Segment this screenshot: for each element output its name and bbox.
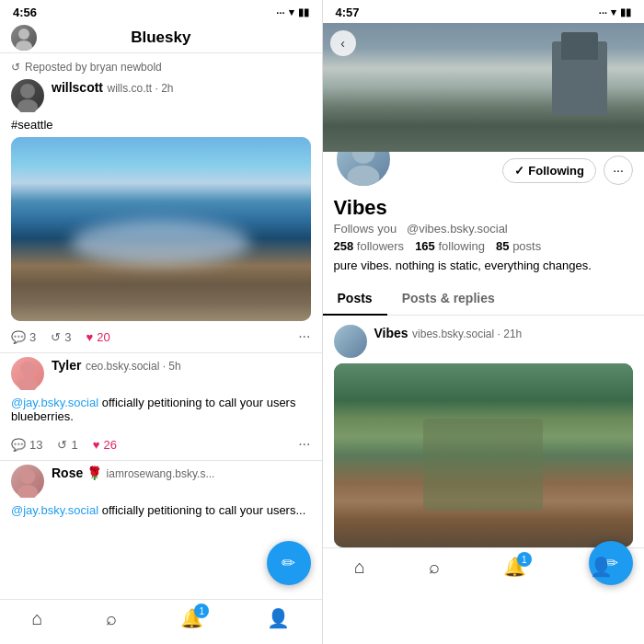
post3-handle: iamrosewang.bsky.s... [107, 467, 215, 480]
profile-post-meta: Vibes vibes.bsky.social · 21h [374, 325, 523, 358]
reply-icon2: 💬 [11, 438, 26, 452]
search-icon-left: ⌕ [106, 608, 117, 629]
svg-point-5 [17, 377, 38, 390]
like-action[interactable]: ♥ 20 [86, 330, 109, 344]
post2-text: @jay.bsky.social officially petitioning … [0, 396, 322, 429]
bottom-nav-left: ⌂ ⌕ 🔔 1 👤 [0, 599, 322, 644]
profile-handle: @vibes.bsky.social [407, 222, 508, 236]
profile-icon-left: 👤 [267, 607, 290, 629]
following-stat: 165 following [415, 239, 485, 253]
home-icon-left: ⌂ [31, 608, 42, 629]
profile-header-bg: ‹ [323, 23, 645, 152]
post2-actions: 💬 13 ↺ 1 ♥ 26 ··· [0, 429, 322, 460]
reply-action[interactable]: 💬 3 [11, 330, 36, 344]
svg-point-6 [20, 469, 35, 484]
post1-meta: willscott wills.co.tt · 2h [52, 79, 311, 96]
right-phone: 4:57 ··· ▾ ▮▮ ‹ ✓ Following ··· [323, 0, 645, 644]
profile-actions: ✓ Following ··· [502, 155, 633, 189]
like-action2[interactable]: ♥ 26 [93, 438, 117, 452]
nav-home-left[interactable]: ⌂ [31, 608, 42, 629]
profile-name: Vibes [334, 196, 634, 220]
nav-notifications-right[interactable]: 🔔 1 [503, 556, 526, 578]
repost-icon: ↺ [51, 330, 61, 344]
post2-mention[interactable]: @jay.bsky.social [11, 396, 98, 409]
svg-point-2 [20, 84, 35, 98]
post3-mention[interactable]: @jay.bsky.social [11, 503, 98, 517]
profile-sub: Follows you @vibes.bsky.social [334, 222, 634, 236]
feed: ↺ Reposted by bryan newbold willscott wi… [0, 53, 322, 599]
more-action2[interactable]: ··· [298, 436, 310, 453]
post3-name: Rose 🌹 [52, 466, 102, 480]
post2-name: Tyler [52, 358, 81, 373]
reply-action2[interactable]: 💬 13 [11, 438, 42, 452]
post3-meta: Rose 🌹 iamrosewang.bsky.s... [52, 465, 311, 481]
nav-home-right[interactable]: ⌂ [354, 557, 365, 578]
back-button[interactable]: ‹ [330, 30, 356, 56]
svg-point-7 [17, 485, 38, 498]
nav-notifications-left[interactable]: 🔔 1 [180, 607, 203, 629]
fantasy-image [334, 363, 634, 547]
post2-header: Tyler ceo.bsky.social · 5h [0, 353, 322, 396]
profile-post: Vibes vibes.bsky.social · 21h [323, 316, 645, 363]
tab-posts[interactable]: Posts [323, 282, 387, 315]
repost-label: ↺ Reposted by bryan newbold [0, 53, 322, 75]
notif-badge-right: 1 [517, 552, 532, 567]
follows-you-label: Follows you [334, 222, 397, 236]
profile-post-avatar[interactable] [334, 325, 367, 358]
nav-profile-left[interactable]: 👤 [267, 607, 290, 629]
status-bar-left: 4:56 ··· ▾ ▮▮ [0, 0, 322, 23]
profile-bio: pure vibes. nothing is static, everythin… [334, 259, 634, 272]
home-icon-right: ⌂ [354, 557, 365, 578]
post1-actions: 💬 3 ↺ 3 ♥ 20 ··· [0, 321, 322, 352]
search-icon-right: ⌕ [429, 557, 440, 578]
repost-action2[interactable]: ↺ 1 [57, 438, 77, 452]
profile-stats: 258 followers 165 following 85 posts [334, 239, 634, 253]
svg-point-0 [18, 29, 29, 40]
post2-meta: Tyler ceo.bsky.social · 5h [52, 357, 311, 374]
castle-image [323, 23, 645, 152]
followers-stat: 258 followers [334, 239, 405, 253]
app-title: Bluesky [131, 29, 190, 47]
post1-name: willscott [52, 80, 103, 95]
header-left: Bluesky [0, 23, 322, 53]
time-left: 4:56 [13, 6, 37, 19]
checkmark-icon: ✓ [514, 164, 524, 178]
svg-point-1 [16, 40, 32, 51]
following-button[interactable]: ✓ Following [502, 158, 596, 183]
post2-avatar[interactable] [11, 357, 44, 390]
post1-text: #seattle [0, 118, 322, 137]
profile-icon-right: 👤 [590, 556, 613, 578]
repost-action[interactable]: ↺ 3 [51, 330, 71, 344]
profile-post-name: Vibes [374, 326, 408, 340]
more-icon: ··· [613, 163, 624, 178]
post1-header: willscott wills.co.tt · 2h [0, 75, 322, 118]
compose-fab-left[interactable]: ✏ [267, 541, 311, 585]
post1-handle: wills.co.tt · 2h [107, 82, 173, 95]
more-button[interactable]: ··· [604, 155, 633, 185]
time-right: 4:57 [336, 6, 360, 19]
svg-point-4 [20, 362, 35, 376]
header-avatar[interactable] [11, 25, 37, 51]
svg-point-9 [347, 166, 379, 187]
nav-profile-right[interactable]: 👤 [590, 556, 613, 578]
tab-posts-replies[interactable]: Posts & replies [387, 282, 510, 315]
compose-icon-left: ✏ [282, 553, 295, 573]
post1-avatar[interactable] [11, 79, 44, 112]
profile-section: ✓ Following ··· Vibes Follows you @vibes… [323, 152, 645, 316]
post3-text: @jay.bsky.social officially petitioning … [0, 503, 322, 523]
profile-post-image [334, 363, 634, 547]
post3-avatar[interactable] [11, 465, 44, 498]
post1-image [11, 137, 311, 321]
post2-handle: ceo.bsky.social · 5h [86, 360, 181, 373]
notif-badge-left: 1 [194, 604, 209, 618]
status-bar-right: 4:57 ··· ▾ ▮▮ [323, 0, 645, 23]
post3-header: Rose 🌹 iamrosewang.bsky.s... [0, 461, 322, 503]
status-icons-left: ··· ▾ ▮▮ [276, 6, 308, 18]
like-icon2: ♥ [93, 438, 100, 452]
svg-point-3 [17, 99, 38, 112]
nav-search-right[interactable]: ⌕ [429, 557, 440, 578]
more-action[interactable]: ··· [298, 328, 310, 345]
profile-tabs: Posts Posts & replies [323, 282, 645, 316]
repost-icon2: ↺ [57, 438, 67, 452]
nav-search-left[interactable]: ⌕ [106, 608, 117, 629]
